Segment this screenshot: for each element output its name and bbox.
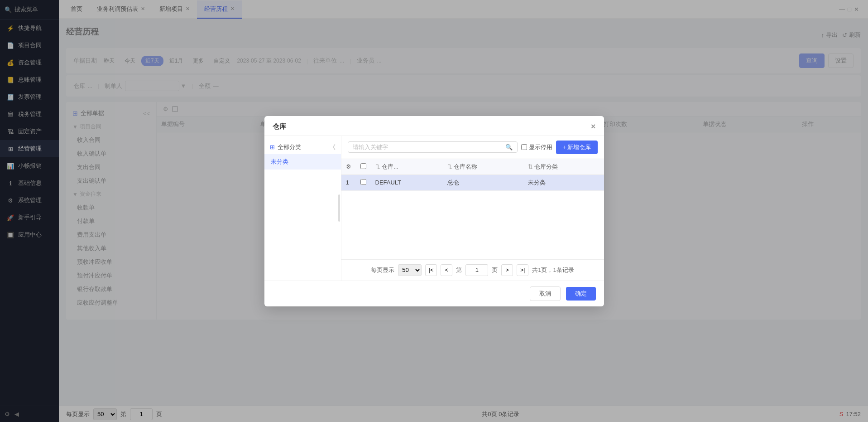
modal-right-panel: 🔍 显示停用 + 新增仓库 ⚙ ⇅ 仓库 xyxy=(341,136,604,281)
modal-first-page-btn[interactable]: |< xyxy=(425,264,437,276)
modal-confirm-button[interactable]: 确定 xyxy=(566,287,596,301)
modal-search-input[interactable] xyxy=(353,144,503,150)
warehouse-modal: 仓库 × ⊞ 全部分类 《 未分类 🔍 xyxy=(264,116,604,306)
modal-show-disabled-checkbox[interactable] xyxy=(521,144,527,150)
grid-icon-modal: ⊞ xyxy=(270,144,275,150)
modal-next-page-btn[interactable]: > xyxy=(501,264,513,276)
modal-header: 仓库 × xyxy=(264,116,604,136)
modal-prev-page-btn[interactable]: < xyxy=(441,264,452,276)
modal-left-collapse-icon[interactable]: 《 xyxy=(330,143,336,151)
modal-toolbar: 🔍 显示停用 + 新增仓库 xyxy=(341,136,604,159)
modal-table: ⚙ ⇅ 仓库... ⇅ 仓库名称 ⇅ xyxy=(341,159,604,191)
modal-pagination: 每页显示 50 100 |< < 第 页 > >| 共1页，1条记录 xyxy=(341,259,604,281)
row-checkbox[interactable] xyxy=(356,175,371,190)
modal-col-settings[interactable]: ⚙ xyxy=(341,159,356,175)
modal-page-label: 第 xyxy=(456,266,462,274)
modal-last-page-btn[interactable]: >| xyxy=(517,264,528,276)
modal-left-panel: ⊞ 全部分类 《 未分类 xyxy=(264,136,341,281)
modal-uncategorized-label: 未分类 xyxy=(271,158,288,165)
modal-left-item-uncategorized[interactable]: 未分类 xyxy=(264,154,341,170)
modal-search-box[interactable]: 🔍 xyxy=(348,141,518,153)
modal-close-button[interactable]: × xyxy=(591,122,596,131)
modal-add-warehouse-button[interactable]: + 新增仓库 xyxy=(556,141,597,154)
modal-select-all-checkbox[interactable] xyxy=(360,163,366,169)
modal-all-category-label: 全部分类 xyxy=(278,143,301,151)
row-code: DEFAULT xyxy=(371,175,443,190)
modal-cancel-button[interactable]: 取消 xyxy=(530,286,561,301)
sort-icon-category: ⇅ xyxy=(528,163,533,170)
modal-page-size-select[interactable]: 50 100 xyxy=(398,264,422,276)
sort-icon-name: ⇅ xyxy=(447,163,452,170)
modal-page-size-label: 每页显示 xyxy=(371,266,394,274)
modal-col-name: ⇅ 仓库名称 xyxy=(443,159,523,175)
modal-left-scrollbar[interactable] xyxy=(338,194,340,222)
modal-left-header: ⊞ 全部分类 《 xyxy=(264,141,341,154)
modal-show-disabled-label[interactable]: 显示停用 xyxy=(521,143,552,151)
modal-table-wrap: ⚙ ⇅ 仓库... ⇅ 仓库名称 ⇅ xyxy=(341,159,604,259)
row-name: 总仓 xyxy=(443,175,523,190)
row-no: 1 xyxy=(341,175,356,190)
modal-col-category: ⇅ 仓库分类 xyxy=(523,159,604,175)
modal-page-suffix: 页 xyxy=(492,266,498,274)
row-category: 未分类 xyxy=(523,175,604,190)
modal-col-code: ⇅ 仓库... xyxy=(371,159,443,175)
row-checkbox-input[interactable] xyxy=(360,179,366,185)
modal-title: 仓库 xyxy=(273,122,286,131)
modal-page-input[interactable] xyxy=(465,264,488,276)
table-row[interactable]: 1 DEFAULT 总仓 未分类 xyxy=(341,175,604,190)
modal-footer: 取消 确定 xyxy=(264,281,604,306)
sort-icon-code: ⇅ xyxy=(375,163,380,170)
modal-col-checkbox[interactable] xyxy=(356,159,371,175)
modal-total-text: 共1页，1条记录 xyxy=(532,266,574,274)
modal-body: ⊞ 全部分类 《 未分类 🔍 显示停用 + 新增仓库 xyxy=(264,136,604,281)
modal-search-icon[interactable]: 🔍 xyxy=(505,144,513,150)
